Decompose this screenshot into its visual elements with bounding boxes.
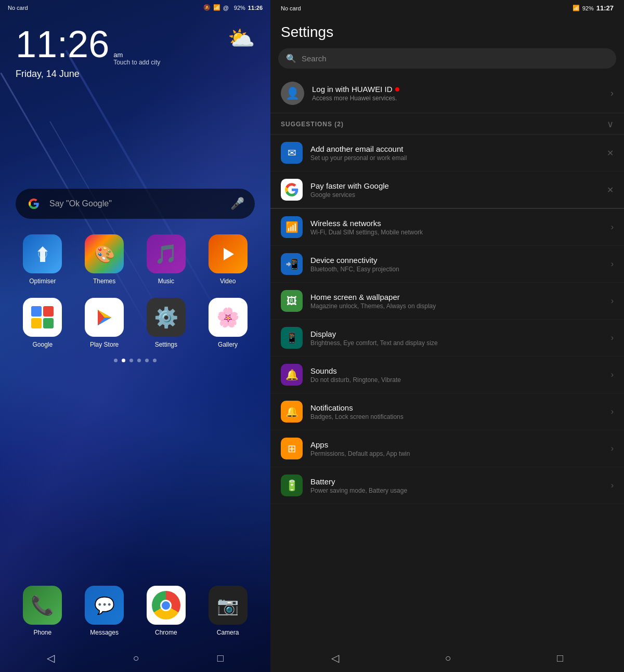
homescreen-title: Home screen & wallpaper [310, 293, 611, 301]
login-banner[interactable]: 👤 Log in with HUAWEI ID Access more Huaw… [270, 74, 624, 113]
bottom-nav-right: ◁ ○ □ [270, 644, 624, 672]
avatar: 👤 [281, 82, 304, 105]
app-video[interactable]: Video [201, 234, 255, 285]
app-grid-row1: Optimiser 🎨 Themes 🎵 Music Video [0, 229, 270, 290]
settings-title: Settings [270, 16, 624, 46]
display-sub: Brightness, Eye comfort, Text and displa… [310, 339, 611, 347]
messages-icon: 💬 [85, 586, 124, 625]
login-subtitle: Access more Huawei services. [312, 95, 610, 102]
settings-apps[interactable]: ⊞ Apps Permissions, Default apps, App tw… [270, 430, 624, 467]
music-icon: 🎵 [147, 234, 186, 273]
settings-search[interactable]: 🔍 Search [278, 48, 616, 69]
camera-icon: 📷 [209, 586, 248, 625]
clock-date: Friday, 14 June [16, 69, 255, 80]
settings-homescreen[interactable]: 🖼 Home screen & wallpaper Magazine unloc… [270, 283, 624, 320]
collapse-suggestions-button[interactable]: ∨ [607, 118, 614, 130]
login-chevron: › [610, 88, 614, 99]
device-icon: 📲 [281, 253, 303, 275]
dismiss-email-button[interactable]: ✕ [607, 148, 614, 158]
weather-icon: ⛅ [228, 25, 255, 51]
battery-chevron: › [611, 481, 614, 490]
device-title: Device connectivity [310, 256, 611, 265]
app-optimiser[interactable]: Optimiser [16, 234, 70, 285]
login-title: Log in with HUAWEI ID [312, 85, 610, 94]
search-placeholder: Search [302, 54, 327, 63]
notifications-icon: 🔔 [281, 401, 303, 423]
search-icon: 🔍 [286, 54, 296, 63]
right-status-left: No card [281, 5, 301, 11]
back-button-left[interactable]: ◁ [47, 652, 55, 664]
display-title: Display [310, 330, 611, 338]
svg-marker-1 [224, 248, 234, 260]
app-themes[interactable]: 🎨 Themes [77, 234, 132, 285]
dock-phone[interactable]: 📞 Phone [16, 586, 70, 636]
left-panel: No card 🔕 📶 @ 92% 11:26 11:26 am Touch t… [0, 0, 270, 672]
notifications-sub: Badges, Lock screen notifications [310, 413, 611, 420]
right-status-bar: No card 📶 92% 11:27 [270, 0, 624, 16]
app-playstore[interactable]: Play Store [77, 298, 132, 348]
dismiss-google-button[interactable]: ✕ [607, 185, 614, 195]
app-gallery[interactable]: 🌸 Gallery [201, 298, 255, 348]
wireless-chevron: › [611, 222, 614, 232]
device-sub: Bluetooth, NFC, Easy projection [310, 266, 611, 273]
suggestion-google[interactable]: Pay faster with Google Google services ✕ [270, 172, 624, 209]
playstore-label: Play Store [90, 341, 119, 348]
app-grid-row2: Google Play Store ⚙️ Settings [0, 293, 270, 353]
dot-1 [114, 359, 118, 362]
notifications-title: Notifications [310, 403, 611, 412]
clock-time: 11:26 [16, 25, 109, 63]
settings-notifications[interactable]: 🔔 Notifications Badges, Lock screen noti… [270, 393, 624, 430]
dock: 📞 Phone 💬 Messages Chrome 📷 [0, 578, 270, 644]
left-status-left: No card [8, 5, 28, 11]
settings-device[interactable]: 📲 Device connectivity Bluetooth, NFC, Ea… [270, 246, 624, 283]
apps-text: Apps Permissions, Default apps, App twin [310, 440, 611, 457]
dock-chrome[interactable]: Chrome [139, 586, 193, 636]
app-google[interactable]: Google [16, 298, 70, 348]
suggestion-email-text: Add another email account Set up your pe… [310, 144, 602, 162]
wireless-sub: Wi-Fi, Dual SIM settings, Mobile network [310, 229, 611, 236]
apps-chevron: › [611, 444, 614, 453]
settings-display[interactable]: 📱 Display Brightness, Eye comfort, Text … [270, 320, 624, 357]
left-status-bar: No card 🔕 📶 @ 92% 11:26 [0, 0, 270, 15]
google-search-bar[interactable]: Say "Ok Google" 🎤 [16, 189, 255, 219]
apps-icon: ⊞ [281, 438, 303, 459]
suggestion-email[interactable]: ✉ Add another email account Set up your … [270, 135, 624, 172]
display-icon: 📱 [281, 327, 303, 349]
battery-sub: Power saving mode, Battery usage [310, 487, 611, 494]
page-dots [0, 353, 270, 367]
dot-6 [153, 359, 157, 362]
device-chevron: › [611, 259, 614, 269]
suggestion-google-text: Pay faster with Google Google services [310, 181, 602, 199]
dock-messages[interactable]: 💬 Messages [77, 586, 132, 636]
mic-icon[interactable]: 🎤 [230, 197, 244, 210]
settings-sounds[interactable]: 🔔 Sounds Do not disturb, Ringtone, Vibra… [270, 357, 624, 393]
camera-label: Camera [217, 629, 239, 636]
recents-button-left[interactable]: □ [217, 652, 224, 664]
app-settings[interactable]: ⚙️ Settings [139, 298, 193, 348]
chrome-label: Chrome [155, 629, 177, 636]
home-button-right[interactable]: ○ [445, 652, 451, 664]
battery-text: Battery Power saving mode, Battery usage [310, 477, 611, 494]
home-button-left[interactable]: ○ [133, 652, 139, 664]
recents-button-right[interactable]: □ [557, 652, 563, 664]
back-button-right[interactable]: ◁ [331, 652, 339, 664]
google-icon [23, 298, 62, 337]
notifications-text: Notifications Badges, Lock screen notifi… [310, 403, 611, 420]
messages-label: Messages [90, 629, 119, 636]
settings-wireless[interactable]: 📶 Wireless & networks Wi-Fi, Dual SIM se… [270, 209, 624, 246]
app-music[interactable]: 🎵 Music [139, 234, 193, 285]
apps-sub: Permissions, Default apps, App twin [310, 450, 611, 457]
suggestion-email-title: Add another email account [310, 144, 602, 153]
optimiser-label: Optimiser [29, 278, 56, 285]
chrome-icon [147, 586, 186, 625]
dock-camera[interactable]: 📷 Camera [201, 586, 255, 636]
bottom-nav-left: ◁ ○ □ [0, 644, 270, 672]
display-text: Display Brightness, Eye comfort, Text an… [310, 330, 611, 347]
sounds-chevron: › [611, 370, 614, 379]
music-label: Music [158, 278, 174, 285]
display-chevron: › [611, 333, 614, 342]
sounds-icon: 🔔 [281, 364, 303, 386]
settings-battery[interactable]: 🔋 Battery Power saving mode, Battery usa… [270, 467, 624, 504]
phone-label: Phone [34, 629, 52, 636]
settings-label: Settings [155, 341, 177, 348]
